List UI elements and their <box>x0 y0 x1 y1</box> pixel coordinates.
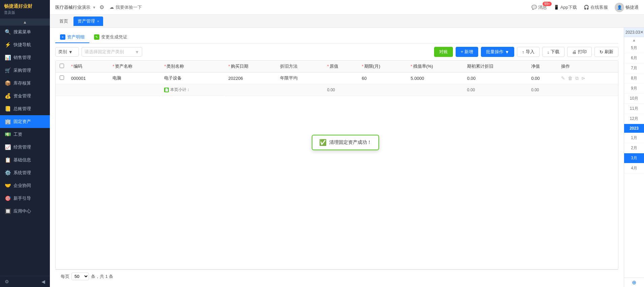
select-all-checkbox[interactable] <box>60 64 64 68</box>
timeline-item-5[interactable]: 10月 <box>624 94 644 104</box>
experience-icon: ☁ <box>110 5 114 10</box>
timeline-item-7[interactable]: 12月 <box>624 114 644 124</box>
row-purchase-date-0: 202206 <box>225 72 277 84</box>
category-filter[interactable]: 类别 ▼ <box>55 47 79 57</box>
row-net-value-0: 0.00 <box>528 72 558 84</box>
sidebar-item-quick-nav[interactable]: ⚡ 快捷导航 <box>0 38 50 51</box>
sidebar-item-label-enterprise: 企业协同 <box>13 183 31 189</box>
tab-home-label: 首页 <box>59 19 68 24</box>
timeline-bottom: ⊕ <box>624 278 644 287</box>
sidebar-item-label-purchase: 采购管理 <box>13 67 31 73</box>
timeline-item-1[interactable]: 6月 <box>624 53 644 63</box>
refresh-icon: ↻ <box>600 50 603 55</box>
delete-icon-0[interactable]: 🗑 <box>568 75 573 81</box>
user-menu[interactable]: 👤 畅捷通 <box>615 3 639 12</box>
sidebar-item-fixed-assets[interactable]: 🏢 固定资产 <box>0 115 50 128</box>
print-icon: 🖨 <box>572 50 577 55</box>
timeline-scroll-up-btn[interactable]: ▲ <box>624 37 644 43</box>
timeline-item-11[interactable]: 3月 <box>624 153 644 163</box>
sidebar-item-app-center[interactable]: 🔲 应用中心 <box>0 205 50 218</box>
edit-icon-0[interactable]: ✎ <box>561 75 565 81</box>
timeline-item-10[interactable]: 2月 <box>624 143 644 153</box>
sidebar-item-search[interactable]: 🔍 搜索菜单 <box>0 26 50 38</box>
sidebar-item-finance[interactable]: 💰 资金管理 <box>0 90 50 102</box>
import-btn[interactable]: ↑ 导入 <box>517 47 540 57</box>
sidebar-item-label-app-center: 应用中心 <box>13 208 31 214</box>
batch-btn-label: 批量操作 <box>486 49 503 55</box>
company-arrow-icon: ▼ <box>92 5 96 9</box>
more-icon-0[interactable]: ⊳ <box>581 75 585 81</box>
reconcile-btn[interactable]: 对账 <box>434 47 453 57</box>
message-icon: 💬 <box>531 5 537 10</box>
sidebar-item-ledger[interactable]: 📒 总账管理 <box>0 102 50 115</box>
download-icon: ↓ <box>547 50 550 55</box>
message-btn[interactable]: 💬 消息 99+ <box>531 4 547 10</box>
sidebar-item-label-finance: 资金管理 <box>13 93 31 99</box>
online-service-btn[interactable]: 🎧 在线客服 <box>584 4 608 10</box>
asset-table: *编码 *资产名称 *类别名称 *购买日期 折旧方法 *原值 *期限(月) *残… <box>56 61 618 96</box>
settings-gear-icon[interactable]: ⚙ <box>99 4 104 10</box>
sidebar-item-purchase[interactable]: 🛒 采购管理 <box>0 64 50 77</box>
category-filter-arrow: ▼ <box>68 50 73 55</box>
settings-icon[interactable]: ⚙ <box>5 279 9 284</box>
collapse-icon[interactable]: ◀ <box>41 279 45 284</box>
batch-btn-arrow: ▼ <box>505 50 509 55</box>
new-btn[interactable]: + 新增 <box>456 47 478 57</box>
sidebar-item-system[interactable]: ⚙️ 系统管理 <box>0 166 50 179</box>
sidebar-item-basic-info[interactable]: 📋 基础信息 <box>0 154 50 166</box>
reconcile-btn-label: 对账 <box>439 49 448 55</box>
toolbar-right: 对账 + 新增 批量操作 ▼ ↑ 导入 ↓ 下载 <box>434 47 618 57</box>
refresh-btn[interactable]: ↻ 刷新 <box>594 47 618 57</box>
timeline-item-3[interactable]: 8月 <box>624 73 644 84</box>
tab-close-icon[interactable]: × <box>97 19 99 23</box>
row-checkbox-cell <box>56 72 68 84</box>
sidebar-scroll-up[interactable]: ▲ <box>0 19 50 26</box>
app-download-label: App下载 <box>560 4 577 10</box>
row-period-0: 60 <box>359 72 407 84</box>
sidebar-item-guide[interactable]: 🎯 新手引导 <box>0 192 50 205</box>
timeline-close-btn[interactable]: ✕ <box>640 30 644 35</box>
sidebar-item-inventory[interactable]: 📦 库存核算 <box>0 77 50 90</box>
sidebar-item-operations[interactable]: 📈 经营管理 <box>0 141 50 154</box>
timeline-item-2[interactable]: 7月 <box>624 63 644 73</box>
company-selector[interactable]: 医疗器械行业演示 ▼ <box>55 4 96 10</box>
timeline-item-0[interactable]: 5月 <box>624 43 644 53</box>
col-code: *编码 <box>68 61 109 72</box>
batch-btn[interactable]: 批量操作 ▼ <box>481 47 514 57</box>
tab-home[interactable]: 首页 <box>55 17 72 26</box>
ledger-icon: 📒 <box>5 106 11 112</box>
col-actions: 操作 <box>558 61 618 72</box>
per-page-select[interactable]: 50 100 <box>71 273 89 280</box>
sales-icon: 📊 <box>5 55 11 61</box>
row-checkbox-0[interactable] <box>60 75 64 80</box>
sub-tab-asset-detail[interactable]: ≡ 资产明细 <box>55 32 89 43</box>
timeline-item-4[interactable]: 9月 <box>624 84 644 94</box>
operations-icon: 📈 <box>5 144 11 150</box>
tab-assets[interactable]: 资产管理 × <box>73 17 103 26</box>
timeline-item-9[interactable]: 1月 <box>624 133 644 143</box>
per-page-label: 每页 <box>61 274 69 280</box>
print-btn[interactable]: 🖨 打印 <box>567 47 592 57</box>
sidebar-item-sales[interactable]: 📊 销售管理 <box>0 51 50 64</box>
sub-tab-voucher[interactable]: ✎ 变更生成凭证 <box>89 32 132 43</box>
sub-tab-bar: ≡ 资产明细 ✎ 变更生成凭证 <box>55 32 618 43</box>
timeline-item-8[interactable]: 2023 <box>624 124 644 133</box>
timeline-expand-down-icon[interactable]: ⊕ <box>632 279 636 286</box>
sidebar-item-label-search: 搜索菜单 <box>13 29 31 35</box>
sidebar-item-enterprise[interactable]: 🤝 企业协同 <box>0 179 50 192</box>
sidebar-item-salary[interactable]: 💵 工资 <box>0 128 50 141</box>
col-residual-rate: *残值率(%) <box>407 61 464 72</box>
quick-nav-icon: ⚡ <box>5 42 11 48</box>
col-period: *期限(月) <box>359 61 407 72</box>
timeline-item-6[interactable]: 11月 <box>624 104 644 114</box>
experience-btn[interactable]: ☁ 我要体验一下 <box>110 4 142 10</box>
total-label: 条，共 1 条 <box>91 274 113 280</box>
enterprise-icon: 🤝 <box>5 183 11 189</box>
app-download-btn[interactable]: 📱 App下载 <box>554 4 577 10</box>
app-logo-title: 畅捷通好业财 <box>4 3 32 9</box>
timeline-item-12[interactable]: 4月 <box>624 163 644 173</box>
category-select[interactable]: 请选择固定资产类别 ▼ <box>82 47 142 57</box>
download-btn[interactable]: ↓ 下载 <box>542 47 565 57</box>
copy-icon-0[interactable]: ⧉ <box>575 75 579 81</box>
toast-check-icon: ✅ <box>319 139 327 146</box>
